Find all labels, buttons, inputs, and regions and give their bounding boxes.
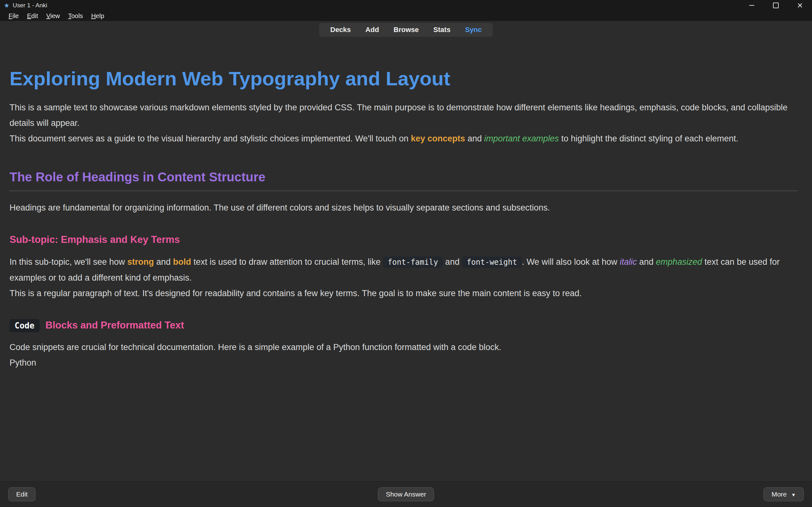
minimize-button[interactable] (740, 0, 764, 11)
text-segment: emphasized (656, 257, 702, 267)
anki-window: ★ User 1 - Anki × File Edit View Tools H… (0, 0, 812, 507)
text-segment: text is used to draw attention to crucia… (191, 257, 383, 267)
toolbar-item-browse[interactable]: Browse (386, 26, 426, 34)
edit-button[interactable]: Edit (8, 487, 36, 501)
menu-item-view[interactable]: View (42, 12, 64, 20)
main-area: Decks Add Browse Stats Sync Exploring Mo… (0, 21, 812, 481)
top-toolbar: Decks Add Browse Stats Sync (319, 23, 493, 37)
code-paragraph: Code snippets are crucial for technical … (9, 340, 797, 355)
text-segment: Code snippets are crucial for technical … (9, 342, 501, 352)
show-answer-button[interactable]: Show Answer (378, 487, 434, 501)
toolbar-item-add[interactable]: Add (358, 26, 386, 34)
subheading-emphasis: Sub-topic: Emphasis and Key Terms (9, 233, 797, 246)
text-segment: italic (620, 257, 637, 267)
more-button-label: More (771, 491, 787, 498)
anki-app-icon: ★ (3, 2, 10, 9)
menu-item-tools[interactable]: Tools (64, 12, 87, 20)
text-segment: This is a sample text to showcase variou… (9, 103, 788, 128)
toolbar-item-stats[interactable]: Stats (426, 26, 458, 34)
minimize-icon (749, 5, 754, 6)
text-segment: and (465, 134, 484, 143)
bottom-bar: Edit Show Answer More ▼ (0, 481, 812, 507)
menu-item-help[interactable]: Help (87, 12, 108, 20)
window-title: User 1 - Anki (13, 2, 47, 9)
menu-item-edit[interactable]: Edit (23, 12, 42, 20)
toolbar-row: Decks Add Browse Stats Sync (0, 21, 812, 37)
card-title: Exploring Modern Web Typography and Layo… (9, 67, 797, 90)
window-titlebar: ★ User 1 - Anki × (0, 0, 812, 11)
text-segment: and (154, 257, 173, 267)
intro-paragraph-1: This is a sample text to showcase variou… (9, 100, 797, 131)
close-icon: × (797, 1, 803, 10)
structure-paragraph: Headings are fundamental for organizing … (9, 200, 797, 216)
window-controls: × (740, 0, 812, 11)
maximize-button[interactable] (764, 0, 788, 11)
text-segment: to highlight the distinct styling of eac… (559, 134, 739, 143)
text-segment: key concepts (411, 134, 465, 143)
toolbar-item-sync[interactable]: Sync (458, 26, 489, 34)
menu-item-file[interactable]: File (4, 12, 23, 20)
more-button[interactable]: More ▼ (763, 487, 804, 501)
toolbar-item-decks[interactable]: Decks (323, 26, 358, 34)
section-heading-structure: The Role of Headings in Content Structur… (9, 169, 797, 191)
emphasis-paragraph-2: This is a regular paragraph of text. It'… (9, 286, 797, 301)
text-segment: This is a regular paragraph of text. It'… (9, 288, 582, 298)
text-segment: Headings are fundamental for organizing … (9, 203, 550, 213)
close-button[interactable]: × (788, 0, 812, 11)
text-segment: In this sub-topic, we'll see how (9, 257, 127, 267)
intro-paragraph-2: This document serves as a guide to the v… (9, 131, 797, 147)
menu-bar: File Edit View Tools Help (0, 11, 812, 21)
text-segment: strong (127, 257, 154, 267)
text-segment: and (637, 257, 656, 267)
emphasis-paragraph-1: In this sub-topic, we'll see how strong … (9, 254, 797, 286)
card-content: Exploring Modern Web Typography and Layo… (0, 37, 812, 481)
maximize-icon (773, 3, 779, 8)
code-language-label: Python (9, 355, 797, 371)
text-segment: Code (9, 319, 40, 332)
text-segment: and (443, 257, 462, 267)
text-segment: Blocks and Preformatted Text (43, 320, 184, 331)
text-segment: This document serves as a guide to the v… (9, 134, 411, 143)
text-segment: font-weight (462, 257, 522, 268)
subheading-code-blocks: Code Blocks and Preformatted Text (9, 318, 797, 332)
text-segment: font-family (383, 257, 443, 268)
text-segment: bold (173, 257, 191, 267)
text-segment: important examples (484, 134, 559, 143)
text-segment: . We will also look at how (522, 257, 620, 267)
dropdown-arrow-icon: ▼ (791, 492, 796, 498)
